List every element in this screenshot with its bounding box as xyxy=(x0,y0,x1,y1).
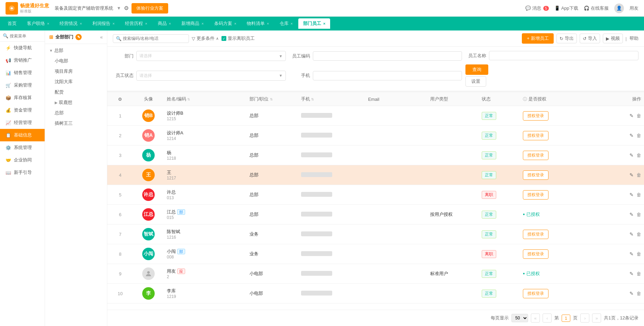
auth-login-button[interactable]: 授权登录 xyxy=(523,230,548,239)
delete-icon[interactable]: 🗑 xyxy=(636,271,641,276)
sidebar-search-input[interactable] xyxy=(10,34,45,38)
tab-history[interactable]: 经营历程× xyxy=(120,18,152,29)
page-size-select[interactable]: 50 xyxy=(511,314,528,322)
dept-node-headquarters[interactable]: ▼ 总部 xyxy=(45,45,107,56)
filter-status-select[interactable]: 请选择 ▼ xyxy=(136,71,286,81)
tab-profit[interactable]: 利润报告× xyxy=(88,18,119,29)
delete-icon[interactable]: 🗑 xyxy=(636,212,641,217)
tab-home[interactable]: 首页 xyxy=(3,18,21,29)
delete-icon[interactable]: 🗑 xyxy=(636,251,641,257)
help-btn[interactable]: 帮助 xyxy=(629,35,638,42)
filter-empname-input[interactable] xyxy=(489,51,638,60)
close-warehouse-icon[interactable]: × xyxy=(291,21,293,26)
system-dropdown-icon[interactable]: ▼ xyxy=(117,6,121,11)
tab-warehouse[interactable]: 仓库× xyxy=(275,18,298,29)
settings-gear-icon[interactable]: ⚙ xyxy=(118,97,122,102)
dept-node-shuangluxiang[interactable]: ▶ 双鹿想 xyxy=(45,97,107,108)
close-operation-icon[interactable]: × xyxy=(80,21,82,26)
auth-login-button[interactable]: 授权登录 xyxy=(523,190,548,200)
close-bom-icon[interactable]: × xyxy=(267,21,269,26)
tab-employees[interactable]: 部门员工× xyxy=(298,18,330,29)
sidebar-item-shortcut[interactable]: ⚡ 快捷导航 xyxy=(0,42,45,54)
edit-icon[interactable]: ✎ xyxy=(629,113,634,118)
message-icon-btn[interactable]: 💬 消息 5 xyxy=(525,5,549,11)
auth-login-button[interactable]: 授权登录 xyxy=(523,151,548,160)
auth-login-button[interactable]: 授权登录 xyxy=(523,289,548,298)
dept-node-zongbu[interactable]: 总部 xyxy=(45,108,107,118)
delete-icon[interactable]: 🗑 xyxy=(636,113,641,118)
phone-sort-icon[interactable]: ⇅ xyxy=(311,97,314,101)
edit-icon[interactable]: ✎ xyxy=(629,192,634,197)
delete-icon[interactable]: 🗑 xyxy=(636,291,641,296)
delete-icon[interactable]: 🗑 xyxy=(636,133,641,138)
dept-sort-icon[interactable]: ⇅ xyxy=(270,97,273,101)
close-employees-icon[interactable]: × xyxy=(323,21,325,26)
more-conditions-btn[interactable]: ▽ 更多条件 ∧ xyxy=(192,35,219,42)
dept-node-project[interactable]: 项目库房 xyxy=(45,66,107,77)
search-input[interactable] xyxy=(123,36,175,41)
sidebar-item-operation-mgmt[interactable]: 📈 经营管理 xyxy=(0,116,45,129)
dept-edit-icon[interactable]: ✎ xyxy=(75,34,82,40)
settings-button[interactable]: 设置 xyxy=(465,76,486,87)
prev-page-btn[interactable]: ‹ xyxy=(543,314,552,323)
auth-login-button[interactable]: 授权登录 xyxy=(523,170,548,180)
view-button[interactable]: ▶ 视频 xyxy=(603,34,623,43)
edit-icon[interactable]: ✎ xyxy=(629,271,634,276)
close-history-icon[interactable]: × xyxy=(145,21,147,26)
sidebar-item-purchase[interactable]: 🛒 采购管理 xyxy=(0,79,45,91)
sidebar-item-basic[interactable]: 📋 基础信息 xyxy=(0,129,45,141)
name-sort-icon[interactable]: ⇅ xyxy=(187,97,190,101)
first-page-btn[interactable]: « xyxy=(531,314,540,323)
dept-collapse-btn[interactable]: « xyxy=(100,34,103,40)
filter-phone-input[interactable] xyxy=(313,71,462,80)
export-button[interactable]: ↻ 导出 xyxy=(556,34,577,43)
edit-icon[interactable]: ✎ xyxy=(629,212,634,217)
query-button[interactable]: 查询 xyxy=(465,64,488,75)
user-avatar[interactable]: 👤 xyxy=(614,3,624,13)
filter-empcode-input[interactable] xyxy=(313,51,462,61)
delete-icon[interactable]: 🗑 xyxy=(636,192,641,197)
sidebar-item-finance[interactable]: 💰 资金管理 xyxy=(0,104,45,116)
close-profit-icon[interactable]: × xyxy=(112,21,115,26)
auth-login-button[interactable]: 授权登录 xyxy=(523,111,548,121)
sidebar-item-collab[interactable]: 🤝 企业协同 xyxy=(0,154,45,166)
online-service-btn[interactable]: 🎧 在线客服 xyxy=(584,5,609,11)
filter-dept-select[interactable]: 请选择 ▼ xyxy=(136,51,286,61)
edit-icon[interactable]: ✎ xyxy=(629,133,634,138)
dept-all-label[interactable]: 全部部门 xyxy=(55,34,73,40)
delete-icon[interactable]: 🗑 xyxy=(636,172,641,178)
app-download-btn[interactable]: 📱 App下载 xyxy=(554,5,578,11)
import-button[interactable]: ↺ 导入 xyxy=(580,34,600,43)
auth-login-button[interactable]: 授权登录 xyxy=(523,131,548,140)
last-page-btn[interactable]: » xyxy=(592,314,601,323)
delete-icon[interactable]: 🗑 xyxy=(636,152,641,158)
add-employee-button[interactable]: + 新增员工 xyxy=(522,33,553,44)
close-add-goods-icon[interactable]: × xyxy=(201,21,203,26)
gear-icon[interactable]: ⚙ xyxy=(124,5,129,11)
edit-icon[interactable]: ✎ xyxy=(629,152,634,158)
sidebar-item-sales[interactable]: 📊 销售管理 xyxy=(0,67,45,79)
dept-node-xiaodianbU[interactable]: 小电部 xyxy=(45,56,107,66)
edit-icon[interactable]: ✎ xyxy=(629,291,634,296)
resigned-checkbox[interactable]: ✓ xyxy=(221,36,226,41)
tab-bom[interactable]: 物料清单× xyxy=(242,18,274,29)
edit-icon[interactable]: ✎ xyxy=(629,172,634,178)
dept-node-shenyang[interactable]: 沈阳大库 xyxy=(45,77,107,87)
dept-node-chashuwangsan[interactable]: 插树王三 xyxy=(45,118,107,129)
edit-icon[interactable]: ✎ xyxy=(629,231,634,237)
tab-add-goods[interactable]: 新增商品× xyxy=(176,18,208,29)
edit-icon[interactable]: ✎ xyxy=(629,251,634,257)
close-goods-icon[interactable]: × xyxy=(169,21,171,26)
delete-icon[interactable]: 🗑 xyxy=(636,231,641,237)
sidebar-item-guide[interactable]: 📖 新手引导 xyxy=(0,166,45,179)
show-resigned-toggle[interactable]: ✓ 显示离职员工 xyxy=(221,35,255,42)
tab-operation[interactable]: 经营情况× xyxy=(55,18,87,29)
dept-node-peihuo[interactable]: 配货 xyxy=(45,87,107,97)
close-barcode-icon[interactable]: × xyxy=(234,21,236,26)
close-customer-icon[interactable]: × xyxy=(47,21,49,26)
tab-customer[interactable]: 客户联络× xyxy=(22,18,54,29)
sidebar-item-marketing[interactable]: 📢 营销推广 xyxy=(0,54,45,67)
sidebar-item-inventory[interactable]: 📦 库存核算 xyxy=(0,91,45,104)
tab-goods[interactable]: 商品× xyxy=(153,18,176,29)
trial-button[interactable]: 体验行业方案 xyxy=(131,3,168,14)
